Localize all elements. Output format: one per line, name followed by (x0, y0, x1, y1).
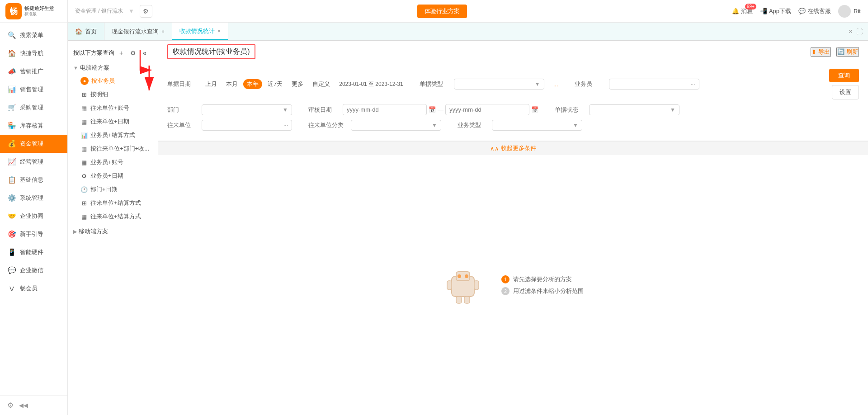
sidebar-collapse-icon[interactable]: ◀◀ (19, 402, 28, 409)
filter-row-1: 单据日期 上月 本月 本年 近7天 更多 自定义 2023-01-01 至 20… (167, 69, 859, 99)
panel-settings-btn[interactable]: ⚙ (128, 48, 138, 58)
sidebar-item-purchase[interactable]: 🛒 采购管理 (0, 99, 67, 117)
tabs-close-all[interactable]: × (849, 28, 853, 36)
section-arrow-down: ▼ (73, 65, 78, 71)
audit-date-group: 📅 — 📅 (343, 104, 538, 115)
tab-home[interactable]: 🏠 首页 (68, 23, 104, 40)
filter-row-3: 往来单位 ··· 往来单位分类 ▼ 业务类型 ▼ (167, 120, 859, 131)
sidebar-item-operations[interactable]: 📈 经营管理 (0, 153, 67, 171)
date-tab-custom[interactable]: 自定义 (309, 79, 334, 89)
topbar-settings-btn[interactable]: ⚙ (140, 5, 152, 18)
sidebar-item-label: 快捷导航 (20, 49, 43, 57)
calendar-end-icon[interactable]: 📅 (531, 106, 538, 113)
partner-select[interactable]: ··· (202, 120, 292, 131)
scheme-item-salesperson-label: 按业务员 (91, 77, 115, 85)
sidebar-item-guide[interactable]: 🎯 新手引导 (0, 225, 67, 243)
sidebar-item-sales[interactable]: 📊 销售管理 (0, 80, 67, 99)
sidebar-item-member[interactable]: V 畅会员 (0, 279, 67, 297)
sidebar-item-label: 销售管理 (20, 85, 43, 94)
date-tab-lastmonth[interactable]: 上月 (202, 79, 221, 89)
online-service-btn[interactable]: 💬 在线客服 (798, 7, 831, 15)
date-tab-7days[interactable]: 近7天 (264, 79, 286, 89)
scheme-item-partner-account[interactable]: ▦ 往来单位+账号 (71, 101, 158, 115)
sidebar-item-marketing[interactable]: 📣 营销推广 (0, 62, 67, 80)
scheme-item-salesperson[interactable]: ● 按业务员 (71, 74, 158, 88)
sidebar-item-hardware[interactable]: 📱 智能硬件 (0, 243, 67, 261)
refresh-icon: 🔄 (837, 48, 844, 55)
message-badge: 99+ (745, 4, 756, 9)
scheme-item-dept-date[interactable]: 🕐 部门+日期 (71, 183, 158, 196)
refresh-btn[interactable]: 🔄 刷新 (836, 47, 859, 57)
svg-rect-4 (460, 280, 466, 281)
app-download-btn[interactable]: 📲 App下载 (760, 7, 791, 15)
tab-receipt-close[interactable]: × (217, 28, 221, 34)
scheme-item-partner-date[interactable]: ▦ 往来单位+日期 (71, 115, 158, 128)
biz-type-select[interactable]: ▼ (492, 120, 582, 131)
page-title-box: 收款情况统计(按业务员) (167, 44, 255, 59)
left-panel: 按以下方案查询 + ⚙ « ▼ 电脑端方案 ● 按业务员 (68, 41, 158, 415)
grid2-icon: ⊞ (80, 199, 88, 207)
filter-row-2: 部门 ▼ 审核日期 📅 — 📅 单据状态 (167, 104, 859, 115)
doc-type-label: 单据类型 (420, 80, 447, 88)
sidebar-settings-icon[interactable]: ⚙ (7, 401, 14, 410)
sidebar-item-enterprise[interactable]: 🤝 企业协同 (0, 207, 67, 225)
doc-status-select[interactable]: ▼ (589, 104, 679, 115)
tabs-fullscreen[interactable]: ⛶ (856, 28, 863, 35)
sidebar-item-label: 营销推广 (20, 67, 43, 75)
date-tab-more[interactable]: 更多 (288, 79, 307, 89)
audit-date-start[interactable] (343, 104, 427, 115)
sidebar-nav: 🔍 搜索菜单 🏠 快捷导航 📣 营销推广 📊 销售管理 🛒 采购管理 🏪 库存核… (0, 23, 67, 395)
scheme-item-partner-method1[interactable]: ⊞ 往来单位+结算方式 (71, 196, 158, 210)
table4-icon: ▦ (80, 159, 88, 166)
sidebar-item-label: 基础信息 (20, 176, 43, 184)
section-desktop-header[interactable]: ▼ 电脑端方案 (68, 61, 158, 74)
partner-label: 往来单位 (167, 121, 194, 129)
sidebar-item-label: 企业协同 (20, 212, 43, 220)
filter-settings-btn[interactable]: 设置 (832, 85, 859, 99)
partner-category-select[interactable]: ▼ (351, 120, 441, 131)
panel-collapse-btn[interactable]: « (140, 48, 150, 58)
right-content: 收款情况统计(按业务员) ⬆ 导出 🔄 刷新 单据日期 (158, 41, 868, 415)
settings-gear-icon: ⚙ (143, 8, 149, 15)
scheme-item-partner-method2[interactable]: ▦ 往来单位+结算方式 (71, 210, 158, 223)
home-tab-icon: 🏠 (75, 28, 82, 35)
tab-receipt[interactable]: 收款情况统计 × (172, 23, 228, 40)
sidebar-item-system[interactable]: ⚙️ 系统管理 (0, 189, 67, 207)
salesperson-select[interactable]: ··· (609, 79, 699, 90)
sidebar-item-wechat[interactable]: 💬 企业微信 (0, 261, 67, 279)
basics-icon: 📋 (7, 175, 16, 184)
table3-icon: ▦ (80, 145, 88, 152)
scheme-item-partner-method1-label: 往来单位+结算方式 (90, 199, 141, 207)
sidebar-item-quicknav[interactable]: 🏠 快捷导航 (0, 44, 67, 62)
calendar-start-icon[interactable]: 📅 (429, 106, 436, 113)
date-tab-thismonth[interactable]: 本月 (222, 79, 241, 89)
sidebar-item-search[interactable]: 🔍 搜索菜单 (0, 26, 67, 44)
sidebar-item-finance[interactable]: 💰 资金管理 (0, 135, 67, 153)
scheme-item-partner-dept[interactable]: ▦ 按往来单位+部门+收... (71, 142, 158, 156)
collapse-bar[interactable]: ∧∧ 收起更多条件 (158, 141, 868, 155)
scheme-item-detail[interactable]: ⊞ 按明细 (71, 88, 158, 101)
doc-type-more-btn[interactable]: ... (553, 81, 558, 88)
doc-type-select[interactable]: ▼ (454, 79, 544, 90)
scheme-item-partner-method2-label: 往来单位+结算方式 (90, 212, 141, 221)
sidebar-item-basics[interactable]: 📋 基础信息 (0, 171, 67, 189)
panel-add-btn[interactable]: + (116, 48, 126, 58)
tab-bank-close[interactable]: × (161, 28, 165, 35)
export-icon: ⬆ (811, 48, 816, 55)
user-area[interactable]: Rit (838, 5, 861, 18)
section-mobile-header[interactable]: ▶ 移动端方案 (68, 225, 158, 238)
query-btn[interactable]: 查询 (829, 69, 859, 82)
trial-btn[interactable]: 体验行业方案 (417, 5, 467, 18)
export-btn[interactable]: ⬆ 导出 (811, 47, 831, 57)
empty-step-2: 2 用过滤条件来缩小分析范围 (501, 287, 584, 295)
audit-date-end[interactable] (445, 104, 529, 115)
message-btn[interactable]: 🔔 消息 99+ (732, 7, 753, 15)
scheme-item-salesperson-method[interactable]: 📊 业务员+结算方式 (71, 128, 158, 142)
date-tab-thisyear[interactable]: 本年 (243, 79, 262, 89)
scheme-item-salesperson-account[interactable]: ▦ 业务员+账号 (71, 156, 158, 169)
tab-bank[interactable]: 现金银行流水查询 × (104, 23, 172, 40)
sidebar-item-label: 采购管理 (20, 104, 43, 112)
dept-select[interactable]: ▼ (202, 104, 292, 115)
sidebar-item-inventory[interactable]: 🏪 库存核算 (0, 117, 67, 135)
scheme-item-salesperson-date[interactable]: ⚙ 业务员+日期 (71, 169, 158, 183)
